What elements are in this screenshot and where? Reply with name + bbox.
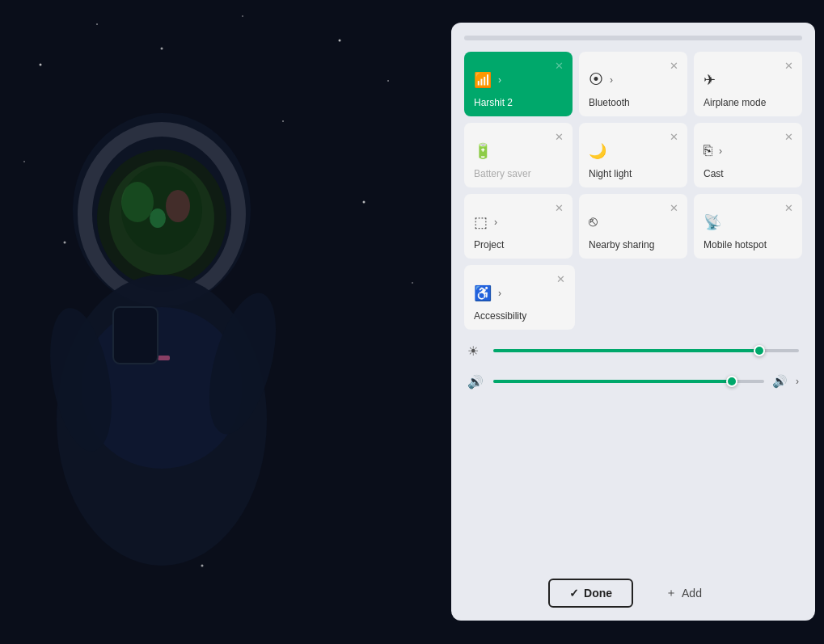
volume-end-arrow[interactable]: › xyxy=(796,376,799,387)
tile-label-mobilehotspot: Mobile hotspot xyxy=(704,239,792,250)
pin-icon-nearbysharing[interactable]: ✕ xyxy=(666,200,681,215)
checkmark-icon: ✓ xyxy=(569,587,579,600)
tile-label-nearbysharing: Nearby sharing xyxy=(589,239,678,250)
brightness-slider-wrapper[interactable] xyxy=(493,343,799,359)
volume-slider-row: 🔊 🔊 › xyxy=(467,373,799,389)
pin-icon-nightlight[interactable]: ✕ xyxy=(666,129,681,144)
svg-point-18 xyxy=(166,190,190,222)
pin-icon-battery[interactable]: ✕ xyxy=(551,129,566,144)
svg-point-12 xyxy=(201,565,204,567)
tile-mobilehotspot[interactable]: ✕ 📡 Mobile hotspot xyxy=(694,194,802,259)
volume-end-icon: 🔊 xyxy=(772,374,788,389)
volume-track xyxy=(493,380,764,383)
svg-point-3 xyxy=(242,15,243,17)
volume-fill xyxy=(493,380,732,383)
done-label: Done xyxy=(584,587,612,600)
empty-space xyxy=(581,265,802,330)
svg-point-17 xyxy=(121,182,154,222)
add-button[interactable]: ＋ Add xyxy=(649,579,718,607)
pin-icon-accessibility[interactable]: ✕ xyxy=(554,271,568,286)
pin-icon-bluetooth[interactable]: ✕ xyxy=(666,58,681,73)
svg-point-6 xyxy=(23,161,25,162)
tiles-grid: ✕ 📶 › Harshit 2 ✕ ⦿ › Bluetooth ✕ ✈ Airp… xyxy=(464,52,802,259)
svg-point-0 xyxy=(40,64,42,66)
tile-cast[interactable]: ✕ ⎘ › Cast xyxy=(694,123,802,187)
cast-icon: ⎘ xyxy=(704,142,712,159)
arrow-icon-bluetooth: › xyxy=(610,74,613,86)
tile-label-project: Project xyxy=(474,239,563,250)
brightness-track xyxy=(493,349,799,352)
brightness-slider-row: ☀ xyxy=(467,343,799,359)
tile-label-nightlight: Night light xyxy=(589,168,678,179)
panel-top-bar xyxy=(464,36,802,40)
arrow-icon-harshit2: › xyxy=(498,74,501,86)
brightness-icon: ☀ xyxy=(467,343,485,359)
svg-point-9 xyxy=(363,201,366,204)
arrow-icon-project: › xyxy=(494,217,497,228)
tile-label-battery: Battery saver xyxy=(474,168,563,179)
tile-battery[interactable]: ✕ 🔋 Battery saver xyxy=(464,123,573,187)
moon-icon: 🌙 xyxy=(589,142,606,160)
tile-label-bluetooth: Bluetooth xyxy=(589,97,678,108)
tile-accessibility[interactable]: ✕ ♿ › Accessibility xyxy=(464,265,575,330)
svg-point-2 xyxy=(161,48,163,50)
quick-settings-panel: ✕ 📶 › Harshit 2 ✕ ⦿ › Bluetooth ✕ ✈ Airp… xyxy=(451,23,815,621)
tile-nearbysharing[interactable]: ✕ ⎋ Nearby sharing xyxy=(579,194,687,259)
svg-point-4 xyxy=(339,40,341,42)
plus-icon: ＋ xyxy=(666,586,677,600)
svg-point-8 xyxy=(282,120,284,122)
tile-label-airplane: Airplane mode xyxy=(704,97,792,108)
hotspot-icon: 📡 xyxy=(704,213,721,231)
project-icon: ⬚ xyxy=(474,213,488,231)
svg-point-7 xyxy=(64,242,66,244)
brightness-thumb[interactable] xyxy=(754,345,765,356)
svg-rect-27 xyxy=(113,307,158,364)
arrow-icon-accessibility: › xyxy=(498,288,501,299)
svg-point-19 xyxy=(150,208,166,228)
volume-slider-wrapper[interactable] xyxy=(493,373,764,389)
accessibility-icon: ♿ xyxy=(474,284,492,302)
pin-icon-airplane[interactable]: ✕ xyxy=(781,58,796,73)
done-button[interactable]: ✓ Done xyxy=(548,579,633,608)
volume-icon: 🔊 xyxy=(467,374,485,389)
tile-label-cast: Cast xyxy=(704,168,792,179)
svg-point-1 xyxy=(96,23,98,25)
share-icon: ⎋ xyxy=(589,213,598,230)
airplane-icon: ✈ xyxy=(704,71,716,89)
tile-project[interactable]: ✕ ⬚ › Project xyxy=(464,194,573,259)
brightness-fill xyxy=(493,349,759,352)
tile-airplane[interactable]: ✕ ✈ Airplane mode xyxy=(694,52,802,116)
arrow-icon-cast: › xyxy=(719,145,722,157)
tile-label-harshit2: Harshit 2 xyxy=(474,97,563,108)
tile-nightlight[interactable]: ✕ 🌙 Night light xyxy=(579,123,687,187)
accessibility-row: ✕ ♿ › Accessibility xyxy=(464,265,802,330)
add-label: Add xyxy=(682,587,702,600)
panel-footer: ✓ Done ＋ Add xyxy=(464,570,802,608)
wifi-icon: 📶 xyxy=(474,71,492,89)
pin-icon-harshit2[interactable]: ✕ xyxy=(551,58,566,73)
svg-point-5 xyxy=(387,80,389,82)
pin-icon-project[interactable]: ✕ xyxy=(551,200,566,215)
pin-icon-cast[interactable]: ✕ xyxy=(781,129,796,144)
battery-icon: 🔋 xyxy=(474,142,492,160)
tile-label-accessibility: Accessibility xyxy=(474,310,565,322)
svg-rect-24 xyxy=(158,356,170,360)
sliders-section: ☀ 🔊 🔊 › xyxy=(464,343,802,389)
bluetooth-icon: ⦿ xyxy=(589,71,603,88)
volume-thumb[interactable] xyxy=(726,376,737,387)
pin-icon-mobilehotspot[interactable]: ✕ xyxy=(781,200,796,215)
tile-harshit2[interactable]: ✕ 📶 › Harshit 2 xyxy=(464,52,573,116)
tile-bluetooth[interactable]: ✕ ⦿ › Bluetooth xyxy=(579,52,687,116)
svg-point-10 xyxy=(412,282,413,284)
